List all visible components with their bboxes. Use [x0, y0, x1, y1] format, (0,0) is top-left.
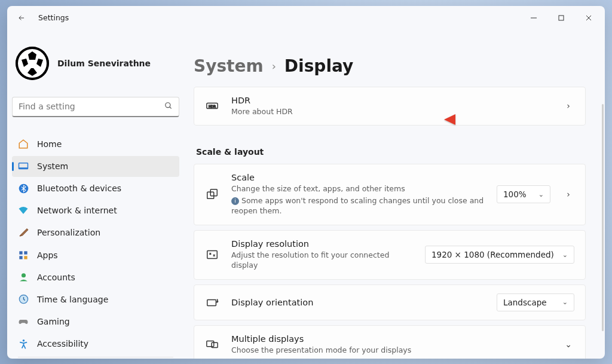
dropdown-value: 100% [503, 189, 527, 199]
nav-system[interactable]: System [12, 156, 179, 177]
nav-bluetooth[interactable]: Bluetooth & devices [12, 178, 179, 199]
chevron-down-icon: ⌄ [562, 298, 568, 306]
svg-point-13 [21, 273, 25, 277]
card-subtitle: Change the size of text, apps, and other… [231, 183, 485, 194]
dropdown-value: Landscape [503, 298, 547, 307]
chevron-right-icon: › [562, 189, 574, 199]
card-hdr[interactable]: HDR HDR More about HDR › [194, 87, 586, 126]
chevron-down-icon: ⌄ [562, 251, 568, 259]
scale-icon [205, 187, 219, 201]
nav-accessibility[interactable]: Accessibility [12, 333, 179, 354]
multiple-displays-icon [205, 337, 219, 351]
bluetooth-icon [18, 183, 29, 194]
card-title: Scale [231, 173, 485, 182]
nav-label: Accessibility [37, 339, 88, 348]
card-subtitle: Choose the presentation mode for your di… [231, 345, 550, 356]
svg-rect-20 [207, 251, 218, 259]
nav-label: Accounts [37, 273, 75, 282]
window-controls [520, 6, 602, 30]
clock-icon [18, 294, 29, 305]
sidebar: Dilum Senevirathne Home System [7, 30, 184, 359]
svg-line-5 [170, 106, 172, 108]
breadcrumb-parent[interactable]: System [194, 56, 264, 76]
accessibility-icon [18, 338, 29, 349]
chevron-right-icon: › [562, 101, 574, 111]
nav-label: Home [37, 139, 62, 149]
svg-rect-21 [207, 299, 216, 305]
close-button[interactable] [575, 6, 602, 30]
nav-gaming[interactable]: Gaming [12, 311, 179, 332]
nav-apps[interactable]: Apps [12, 244, 179, 265]
dropdown-resolution[interactable]: 1920 × 1080 (Recommended) ⌄ [425, 246, 574, 264]
nav-label: Personalization [37, 228, 100, 237]
card-title: Multiple displays [231, 334, 550, 344]
search-icon [164, 101, 173, 112]
svg-rect-7 [19, 167, 28, 169]
chevron-down-icon: ⌄ [562, 339, 574, 349]
accounts-icon [18, 272, 29, 283]
maximize-button[interactable] [547, 6, 575, 30]
svg-rect-10 [24, 251, 27, 254]
svg-rect-9 [19, 251, 22, 254]
card-title: Display resolution [231, 239, 413, 249]
resolution-icon [205, 247, 219, 262]
card-subtitle: More about HDR [231, 106, 550, 117]
nav-time-language[interactable]: Time & language [12, 289, 179, 310]
scrollbar[interactable] [602, 104, 604, 331]
nav-label: Bluetooth & devices [37, 183, 121, 193]
settings-window: Settings Dilum Senevirathne [7, 6, 605, 359]
hdr-icon: HDR [205, 99, 219, 113]
search-input[interactable] [19, 102, 164, 111]
card-subtitle: Adjust the resolution to fit your connec… [231, 250, 413, 271]
wifi-icon [18, 205, 29, 216]
profile-name: Dilum Senevirathne [57, 59, 151, 68]
card-title: HDR [231, 96, 550, 105]
svg-rect-22 [207, 341, 214, 347]
svg-rect-12 [24, 256, 27, 259]
app-title: Settings [38, 13, 69, 22]
card-title: Display orientation [231, 298, 485, 307]
svg-rect-11 [19, 256, 22, 259]
minimize-button[interactable] [520, 6, 547, 30]
nav-label: Apps [37, 250, 58, 260]
card-orientation[interactable]: Display orientation Landscape ⌄ [194, 285, 586, 320]
nav-label: System [37, 161, 68, 171]
gaming-icon [18, 316, 29, 327]
dropdown-orientation[interactable]: Landscape ⌄ [497, 293, 574, 311]
nav-accounts[interactable]: Accounts [12, 267, 179, 287]
nav-home[interactable]: Home [12, 134, 179, 155]
dropdown-value: 1920 × 1080 (Recommended) [432, 250, 554, 259]
svg-rect-1 [559, 16, 564, 20]
card-multiple-displays[interactable]: Multiple displays Choose the presentatio… [194, 325, 586, 359]
svg-text:HDR: HDR [209, 105, 216, 108]
nav-personalization[interactable]: Personalization [12, 222, 179, 243]
card-scale[interactable]: Scale Change the size of text, apps, and… [194, 164, 586, 225]
brush-icon [18, 227, 29, 238]
nav-list: Home System Bluetooth & devices Network … [12, 134, 179, 359]
profile-block[interactable]: Dilum Senevirathne [12, 30, 179, 86]
svg-point-4 [166, 102, 170, 107]
titlebar: Settings [7, 6, 605, 30]
avatar [16, 47, 49, 80]
chevron-right-icon: › [272, 60, 276, 72]
search-input-wrap[interactable] [12, 97, 179, 117]
section-scale-layout: Scale & layout [194, 130, 586, 164]
content-area: System › Display HDR HDR More about HDR … [184, 30, 605, 359]
main-layout: Dilum Senevirathne Home System [7, 30, 605, 359]
nav-network[interactable]: Network & internet [12, 200, 179, 221]
nav-label: Network & internet [37, 206, 117, 215]
nav-label: Time & language [37, 295, 108, 304]
card-resolution[interactable]: Display resolution Adjust the resolution… [194, 230, 586, 280]
card-subtitle-warning: iSome apps won't respond to scaling chan… [231, 195, 485, 216]
home-icon [18, 139, 29, 149]
back-button[interactable] [10, 6, 33, 30]
orientation-icon [205, 295, 219, 310]
chevron-down-icon: ⌄ [538, 191, 544, 198]
dropdown-scale[interactable]: 100% ⌄ [497, 185, 550, 203]
system-icon [18, 161, 29, 172]
apps-icon [18, 250, 29, 261]
nav-label: Gaming [37, 317, 70, 326]
breadcrumb: System › Display [194, 42, 586, 87]
svg-point-15 [22, 339, 25, 342]
breadcrumb-current: Display [284, 56, 353, 76]
